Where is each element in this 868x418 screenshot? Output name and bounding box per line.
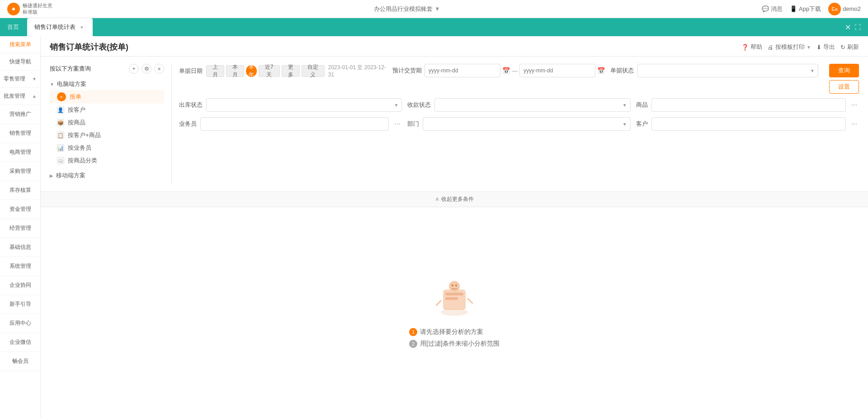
scheme-section-mobile: ▶ 移动端方案: [50, 170, 164, 181]
sidebar-item-inventory[interactable]: 库存核算: [0, 181, 40, 200]
department-filter: 部门 ▼: [407, 117, 630, 131]
main-layout: 搜索菜单 快捷导航 零售管理 ▼ 批发管理 ▲ 营销推广 销售管理 电商管理 采…: [0, 36, 868, 418]
empty-tip-2: 2 用[过滤]条件来缩小分析范围: [409, 340, 500, 348]
sidebar-item-basic[interactable]: 基础信息: [0, 238, 40, 257]
print-dropdown-icon: ▼: [807, 45, 811, 50]
scheme-collapse-button[interactable]: «: [154, 64, 164, 74]
scheme-edit-button[interactable]: ⚙: [142, 64, 151, 74]
svg-point-5: [449, 281, 460, 292]
sidebar-item-system[interactable]: 系统管理: [0, 257, 40, 276]
empty-tip-1: 1 请先选择要分析的方案: [409, 328, 500, 336]
empty-state: 1 请先选择要分析的方案 2 用[过滤]条件来缩小分析范围: [41, 207, 868, 418]
receipt-status-filter: 收款状态 ▼: [407, 98, 630, 112]
sidebar-item-newbie[interactable]: 新手引导: [0, 295, 40, 314]
sidebar: 搜索菜单 快捷导航 零售管理 ▼ 批发管理 ▲ 营销推广 销售管理 电商管理 采…: [0, 36, 41, 418]
scheme-item-by-goods[interactable]: 📦 按商品: [50, 116, 164, 129]
goods-label: 商品: [636, 101, 648, 109]
receipt-status-select[interactable]: [434, 98, 630, 112]
svg-line-8: [436, 301, 441, 305]
empty-illustration: [432, 274, 477, 319]
sidebar-item-ecommerce[interactable]: 电商管理: [0, 143, 40, 162]
sidebar-item-marketing[interactable]: 营销推广: [0, 105, 40, 124]
expected-date-start-input[interactable]: [425, 64, 500, 77]
customer-label: 客户: [636, 120, 648, 128]
calendar-icon-start[interactable]: 📅: [502, 67, 510, 74]
scheme-item-by-order[interactable]: ≡ 按单: [50, 90, 164, 104]
messages-button[interactable]: 💬 消息: [762, 5, 783, 13]
avatar: Ea: [828, 3, 841, 15]
top-bar: 畅捷通好生意 标准版 办公用品行业模拟账套 ▼ 💬 消息 📱 App下载 Ea …: [0, 0, 868, 18]
scheme-section-desktop-header[interactable]: ▼ 电脑端方案: [50, 78, 164, 90]
sidebar-item-apps[interactable]: 应用中心: [0, 314, 40, 333]
message-icon: 💬: [762, 5, 769, 12]
dropdown-arrow-icon[interactable]: ▼: [434, 5, 440, 12]
sidebar-search[interactable]: 搜索菜单: [0, 36, 40, 53]
date-tag-custom[interactable]: 自定义: [302, 65, 325, 77]
collapse-up-icon: ∧: [435, 196, 439, 202]
refresh-button[interactable]: ↻ 刷新: [840, 43, 859, 51]
page-title: 销售订单统计表(按单): [50, 42, 128, 52]
date-tag-last-month[interactable]: 上月: [206, 65, 224, 77]
export-button[interactable]: ⬇ 导出: [816, 43, 835, 51]
sidebar-item-sales[interactable]: 销售管理: [0, 124, 40, 143]
window-close-icon[interactable]: ✕: [845, 23, 851, 32]
logo-text: 畅捷通好生意 标准版: [23, 3, 52, 14]
app-download-button[interactable]: 📱 App下载: [790, 5, 821, 13]
window-maximize-icon[interactable]: ⛶: [854, 24, 861, 31]
user-menu[interactable]: Ea demo2: [828, 3, 861, 15]
svg-point-7: [455, 285, 457, 286]
receipt-status-label: 收款状态: [407, 101, 431, 109]
sidebar-item-wechat[interactable]: 企业微信: [0, 333, 40, 352]
date-label: 单据日期: [179, 67, 203, 75]
customer-input[interactable]: [651, 117, 846, 131]
sidebar-item-purchase[interactable]: 采购管理: [0, 162, 40, 181]
scheme-item-by-salesperson[interactable]: 📊 按业务员: [50, 142, 164, 154]
tab-sales-order-stats[interactable]: 销售订单统计表 ×: [27, 18, 93, 36]
sidebar-item-retail[interactable]: 零售管理 ▼: [0, 71, 40, 88]
calendar-icon-end[interactable]: 📅: [597, 67, 605, 74]
filter-panel: 单据日期 上月 本月 本年 近7天 更多 自定义 2023-01-01 至 20…: [172, 64, 859, 136]
collapse-bar[interactable]: ∧ 收起更多条件: [41, 192, 868, 207]
date-tag-last-7-days[interactable]: 近7天: [259, 65, 279, 77]
refresh-icon: ↻: [840, 44, 845, 51]
expected-date-end-input[interactable]: [519, 64, 595, 77]
goods-more-icon[interactable]: ···: [849, 101, 859, 109]
sidebar-nav-quicknav[interactable]: 快捷导航: [0, 53, 40, 71]
scheme-item-by-customer[interactable]: 👤 按客户: [50, 104, 164, 116]
print-icon: 🖨: [768, 44, 774, 51]
tab-home[interactable]: 首页: [0, 18, 26, 36]
sidebar-item-finance[interactable]: 资金管理: [0, 200, 40, 219]
scheme-header: 按以下方案查询 + ⚙ «: [50, 64, 164, 74]
tab-bar: 首页 销售订单统计表 × ✕ ⛶: [0, 18, 868, 36]
page-header: 销售订单统计表(按单) ❓ 帮助 🖨 按模板打印 ▼ ⬇ 导出 ↻ 刷新: [41, 36, 868, 57]
customer-more-icon[interactable]: ···: [849, 120, 859, 128]
scheme-item-by-customer-goods[interactable]: 📋 按客户+商品: [50, 129, 164, 142]
help-icon: ❓: [741, 44, 749, 51]
sidebar-item-enterprise[interactable]: 企业协同: [0, 276, 40, 295]
settings-button[interactable]: 设置: [829, 80, 859, 94]
scheme-item-by-goods-category[interactable]: 🗂 按商品分类: [50, 154, 164, 167]
out-status-select[interactable]: [206, 98, 402, 112]
scheme-section-mobile-header[interactable]: ▶ 移动端方案: [50, 170, 164, 181]
tip-num-2: 2: [409, 340, 417, 348]
help-button[interactable]: ❓ 帮助: [741, 43, 762, 51]
goods-input[interactable]: [651, 98, 846, 112]
template-print-button[interactable]: 🖨 按模板打印 ▼: [768, 43, 811, 51]
tab-close-icon[interactable]: ×: [78, 24, 85, 31]
date-tag-this-month[interactable]: 本月: [226, 65, 244, 77]
date-tag-this-year[interactable]: 本年: [246, 65, 257, 77]
scheme-add-button[interactable]: +: [129, 64, 139, 74]
customer-scheme-icon: 👤: [57, 106, 64, 114]
sidebar-item-member[interactable]: 畅会员: [0, 352, 40, 371]
query-panel: 按以下方案查询 + ⚙ «: [41, 57, 868, 192]
department-select[interactable]: [423, 117, 630, 131]
edit-icon: ⚙: [144, 66, 149, 72]
status-select[interactable]: [637, 64, 818, 77]
salesperson-more-icon[interactable]: ···: [392, 120, 402, 128]
search-button[interactable]: 查询: [829, 64, 859, 77]
sidebar-item-operations[interactable]: 经营管理: [0, 219, 40, 238]
salesperson-input[interactable]: [200, 117, 389, 131]
date-tag-more[interactable]: 更多: [282, 65, 300, 77]
chevron-down-icon: ▼: [50, 82, 54, 87]
sidebar-item-wholesale[interactable]: 批发管理 ▲: [0, 88, 40, 105]
